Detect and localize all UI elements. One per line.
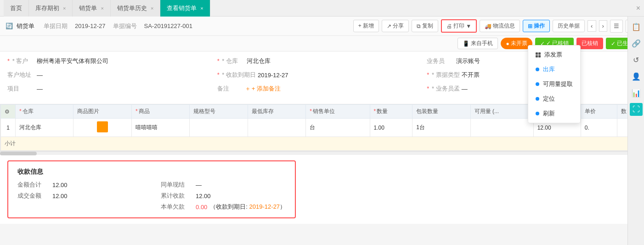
from-phone-button[interactable]: 📱 来自手机 bbox=[458, 38, 498, 49]
address-field: 客户地址 — bbox=[7, 71, 217, 79]
menu-item-invoice[interactable]: 添发票 bbox=[528, 47, 580, 62]
phone-icon: 📱 bbox=[463, 40, 469, 47]
sidebar-doc-icon[interactable]: 📋 bbox=[630, 20, 643, 33]
operations-button[interactable]: ⊞ 操作 bbox=[523, 20, 550, 32]
list-view-button[interactable]: ☰ bbox=[610, 20, 623, 33]
doc-title: 销货单 bbox=[17, 22, 34, 30]
subtotal-label: 小计 bbox=[1, 137, 644, 151]
refresh-dot bbox=[536, 112, 539, 115]
transaction-row: 成交金额 12.00 bbox=[17, 192, 142, 200]
col-available: 可用量 (... bbox=[470, 105, 533, 119]
row-available bbox=[470, 119, 533, 137]
gear-icon: ⚙ bbox=[5, 108, 10, 115]
tab-close-history[interactable]: × bbox=[151, 6, 153, 11]
customer-label: * * 客户 bbox=[7, 57, 35, 65]
add-note-button[interactable]: ＋ + 添加备注 bbox=[245, 85, 281, 93]
payment-date-value: 2019-12-27 bbox=[258, 72, 288, 79]
col-product: *商品 bbox=[131, 105, 189, 119]
doc-meta: 单据日期 2019-12-27 单据编号 SA-20191227-001 bbox=[44, 22, 351, 30]
sidebar-chart-icon[interactable]: 📊 bbox=[630, 86, 643, 99]
menu-refresh-label: 刷新 bbox=[543, 109, 555, 118]
sidebar-link-icon[interactable]: 🔗 bbox=[630, 37, 643, 50]
customer-value: 柳州粤港平安气体有限公司 bbox=[37, 57, 108, 65]
payment-date-label: * * 收款到期日 bbox=[217, 71, 256, 79]
print-button[interactable]: 🖨 打印 ▼ bbox=[441, 19, 477, 33]
tab-inventory-init[interactable]: 库存期初 × bbox=[29, 0, 73, 17]
tab-close-sales[interactable]: × bbox=[101, 6, 103, 11]
row-product-img bbox=[73, 119, 131, 137]
new-button[interactable]: + 新增 bbox=[353, 20, 379, 32]
logistics-button[interactable]: 🚚 物流信息 bbox=[480, 20, 520, 32]
number-value: SA-20191227-001 bbox=[144, 23, 193, 29]
cumulative-row: 累计收款 12.00 bbox=[161, 192, 286, 200]
date-label: 单据日期 bbox=[44, 22, 68, 30]
address-value: — bbox=[37, 72, 43, 79]
col-min-stock: 最低库存 bbox=[248, 105, 305, 119]
available-dot bbox=[536, 82, 539, 86]
row-warehouse: 河北仓库 bbox=[16, 119, 73, 137]
amount-value: 12.00 bbox=[52, 182, 68, 188]
history-button[interactable]: 历史单据 bbox=[553, 20, 585, 32]
sidebar-expand-icon[interactable]: ⛶ bbox=[630, 103, 643, 116]
payment-title: 收款信息 bbox=[17, 168, 286, 176]
toolbar-right: + 新增 ↗ 分享 ⧉ 复制 🖨 打印 ▼ 🚚 物流信息 bbox=[353, 19, 638, 33]
print-dropdown-icon: ▼ bbox=[466, 23, 471, 29]
share-button[interactable]: ↗ 分享 bbox=[382, 20, 409, 32]
right-sidebar: 📋 🔗 ↺ 👤 📊 ⛶ bbox=[627, 17, 644, 245]
menu-item-refresh[interactable]: 刷新 bbox=[528, 106, 580, 121]
operations-icon: ⊞ bbox=[528, 23, 532, 29]
note-field: 备注 ＋ + 添加备注 bbox=[217, 85, 427, 93]
outbound-dot bbox=[536, 68, 539, 71]
row-pack-qty: 1台 bbox=[412, 119, 470, 137]
tab-close-view[interactable]: × bbox=[200, 6, 203, 11]
menu-item-outbound[interactable]: 出库 bbox=[528, 62, 580, 77]
sidebar-user-icon[interactable]: 👤 bbox=[630, 70, 643, 83]
amount-label: 金额合计 bbox=[17, 181, 50, 189]
tab-bar: 首页 库存期初 × 销货单 × 销货单历史 × 查看销货单 × × bbox=[0, 0, 644, 17]
arrears-row: 本单欠款 0.00 （收款到期日: 2019-12-27） bbox=[161, 203, 286, 211]
amount-row: 金额合计 12.00 bbox=[17, 181, 142, 189]
note-label: 备注 bbox=[217, 85, 245, 93]
col-settings[interactable]: ⚙ bbox=[1, 105, 16, 119]
row-min-stock bbox=[248, 119, 305, 137]
menu-locate-label: 定位 bbox=[543, 95, 555, 103]
tab-sales-history[interactable]: 销货单历史 × bbox=[111, 0, 160, 17]
menu-item-locate[interactable]: 定位 bbox=[528, 91, 580, 106]
transaction-value: 12.00 bbox=[52, 193, 68, 199]
window-close-button[interactable]: × bbox=[636, 4, 640, 12]
col-warehouse: *仓库 bbox=[16, 105, 73, 119]
menu-item-available[interactable]: 可用量提取 bbox=[528, 77, 580, 91]
copy-button[interactable]: ⧉ 复制 bbox=[412, 20, 438, 32]
col-sales-unit: *销售单位 bbox=[306, 105, 370, 119]
tab-view-sales[interactable]: 查看销货单 × bbox=[160, 0, 210, 17]
print-icon: 🖨 bbox=[446, 23, 452, 29]
ticket-type-value: 不开票 bbox=[462, 71, 480, 79]
tab-home[interactable]: 首页 bbox=[4, 0, 29, 17]
staff-label: 业务员 bbox=[427, 57, 454, 65]
row-sales-unit: 台 bbox=[306, 119, 370, 137]
col-product-img: 商品图片 bbox=[73, 105, 131, 119]
scroll-bar[interactable] bbox=[0, 151, 644, 155]
payment-box: 收款信息 金额合计 12.00 同单现结 — 成交金额 12.00 bbox=[7, 160, 296, 218]
tab-close-inventory[interactable]: × bbox=[63, 6, 66, 11]
tab-sales-order[interactable]: 销货单 × bbox=[73, 0, 110, 17]
plus-icon: ＋ bbox=[245, 85, 251, 93]
locate-dot bbox=[536, 97, 539, 101]
transaction-label: 成交金额 bbox=[17, 192, 50, 200]
row-price: 0. bbox=[581, 119, 617, 137]
toolbar: 🔄 销货单 单据日期 2019-12-27 单据编号 SA-20191227-0… bbox=[0, 17, 644, 36]
sidebar-refresh-icon[interactable]: ↺ bbox=[630, 53, 643, 66]
doc-icon: 🔄 bbox=[6, 23, 13, 29]
warehouse-field: * * 仓库 河北仓库 bbox=[217, 57, 427, 65]
payment-date-field: * * 收款到期日 2019-12-27 bbox=[217, 71, 427, 79]
cumulative-label: 累计收款 bbox=[161, 192, 193, 200]
col-pack-qty: 包装数量 bbox=[412, 105, 470, 119]
payment-section: 收款信息 金额合计 12.00 同单现结 — 成交金额 12.00 bbox=[0, 155, 644, 224]
prev-button[interactable]: ‹ bbox=[588, 20, 596, 32]
next-button[interactable]: › bbox=[599, 20, 607, 32]
row-product: 嘻嘻嘻嘻 bbox=[131, 119, 189, 137]
invoice-icon bbox=[536, 52, 541, 57]
copy-icon: ⧉ bbox=[417, 23, 421, 29]
effect-check-icon: ✓ bbox=[611, 40, 616, 47]
warehouse-value: 河北仓库 bbox=[247, 57, 271, 65]
